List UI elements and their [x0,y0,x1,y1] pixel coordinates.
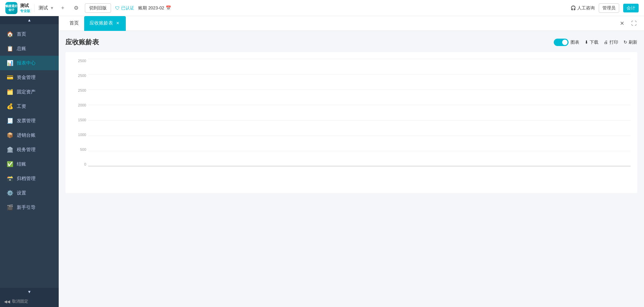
y-label-2500-2: 2500 [78,74,86,78]
sidebar-nav: 🏠 首页 📋 总账 📊 报表中心 💳 资金管理 🗂️ 固定资产 💰 工资 🧾 发… [0,24,59,288]
refresh-label: 刷新 [629,39,637,45]
y-label-1000: 1000 [78,133,86,137]
nav-label-ledger: 总账 [17,46,26,52]
cancel-fix-button[interactable]: ◀◀ 取消固定 [0,296,59,307]
sidebar-item-guide[interactable]: 🎬 新手引导 [0,200,59,215]
report-actions: 图表 ⬇ 下载 🖨 打印 ↻ 刷新 [554,39,637,46]
expand-btn[interactable]: ⛶ [629,19,639,28]
download-label: 下载 [590,39,598,45]
app-subtitle: 专业版 [20,9,30,13]
bars-container [88,59,631,166]
home-tab-label: 首页 [69,20,79,26]
nav-label-closing: 结账 [17,161,26,167]
y-axis: 2500 2500 2500 2000 1500 1000 500 0 [72,59,88,166]
y-label-2500-3: 2500 [78,88,86,92]
nav-label-tax: 税务管理 [17,147,36,153]
sidebar-item-tax[interactable]: 🏛️ 税务管理 [0,142,59,157]
certified-badge: 🛡 已认证 [115,5,134,11]
settings-icon[interactable]: ⚙ [71,3,81,13]
nav-icon-settings: ⚙️ [7,190,13,196]
chart-grid-area [88,59,631,166]
switch-old-button[interactable]: 切到旧版 [85,3,111,13]
header-right: 🎧 人工咨询 管理员 会计 [571,3,639,13]
sidebar-item-archive[interactable]: 🗃️ 归档管理 [0,171,59,186]
sidebar-item-funds[interactable]: 💳 资金管理 [0,70,59,85]
nav-icon-funds: 💳 [7,74,13,81]
consult-button[interactable]: 🎧 人工咨询 [571,5,595,11]
y-label-1500: 1500 [78,118,86,122]
chevron-down-icon: ▼ [50,6,54,10]
sidebar-item-inventory[interactable]: 📦 进销台账 [0,128,59,142]
cancel-fix-label: 取消固定 [12,299,28,304]
sidebar-scroll-down[interactable]: ▼ [0,288,59,296]
ar-aging-tab-label: 应收账龄表 [90,20,113,26]
nav-icon-guide: 🎬 [7,204,13,211]
nav-label-settings: 设置 [17,190,26,196]
y-label-0: 0 [84,162,86,166]
main-layout: ▲ 🏠 首页 📋 总账 📊 报表中心 💳 资金管理 🗂️ 固定资产 💰 工资 🧾… [0,16,644,307]
sidebar-item-settings[interactable]: ⚙️ 设置 [0,186,59,200]
company-selector[interactable]: 测试 ▼ [39,5,54,11]
chart-container: 2500 2500 2500 2000 1500 1000 500 0 [65,52,637,193]
top-header: 畅捷通好会计 测试 专业版 测试 ▼ ＋ ⚙ 切到旧版 🛡 已认证 账期 202… [0,0,644,16]
bar-chart-wrapper: 2500 2500 2500 2000 1500 1000 500 0 [72,59,631,176]
close-tab-btn[interactable]: ✕ [617,19,627,28]
company-name: 测试 [20,3,30,9]
print-label: 打印 [609,39,618,45]
company-details: 测试 专业版 [20,3,30,13]
consult-label: 人工咨询 [577,5,595,11]
chart-toggle-wrapper: 图表 [554,39,579,46]
print-button[interactable]: 🖨 打印 [604,39,618,45]
add-button[interactable]: ＋ [58,3,67,13]
nav-icon-archive: 🗃️ [7,175,13,182]
report-title: 应收账龄表 [65,38,99,47]
nav-icon-ledger: 📋 [7,45,13,52]
logo-text: 畅捷通好会计 [5,4,17,12]
toggle-label: 图表 [571,39,579,45]
tab-bar-actions: ✕ ⛶ [617,19,639,28]
refresh-icon: ↻ [624,40,627,45]
y-label-2000: 2000 [78,103,86,107]
role-button[interactable]: 会计 [623,4,639,12]
y-label-500: 500 [80,147,86,151]
page-content: 应收账龄表 图表 ⬇ 下载 🖨 打印 ↻ [59,31,644,307]
tab-home[interactable]: 首页 [64,16,84,31]
nav-label-guide: 新手引导 [17,205,36,211]
nav-icon-payroll: 💰 [7,103,13,109]
sidebar: ▲ 🏠 首页 📋 总账 📊 报表中心 💳 资金管理 🗂️ 固定资产 💰 工资 🧾… [0,16,59,307]
tab-ar-aging[interactable]: 应收账龄表 ✕ [84,16,126,31]
nav-icon-inventory: 📦 [7,132,13,138]
download-button[interactable]: ⬇ 下载 [585,39,598,45]
sidebar-item-ledger[interactable]: 📋 总账 [0,41,59,56]
sidebar-item-invoice[interactable]: 🧾 发票管理 [0,114,59,128]
sidebar-item-closing[interactable]: ✅ 结账 [0,157,59,171]
sidebar-item-reports[interactable]: 📊 报表中心 [0,56,59,70]
nav-icon-closing: ✅ [7,161,13,167]
sidebar-item-payroll[interactable]: 💰 工资 [0,99,59,114]
nav-label-invoice: 发票管理 [17,118,36,124]
sidebar-item-assets[interactable]: 🗂️ 固定资产 [0,85,59,99]
nav-icon-reports: 📊 [7,60,13,66]
refresh-button[interactable]: ↻ 刷新 [624,39,637,45]
nav-label-inventory: 进销台账 [17,132,36,138]
sidebar-scroll-up[interactable]: ▲ [0,16,59,24]
period-value: 2023-02 [148,5,164,10]
content-area: 首页 应收账龄表 ✕ ✕ ⛶ 应收账龄表 图表 [59,16,644,307]
shield-icon: 🛡 [115,5,120,11]
headphone-icon: 🎧 [571,5,576,10]
nav-icon-tax: 🏛️ [7,146,13,153]
pin-icon: ◀◀ [4,299,10,304]
report-header: 应收账龄表 图表 ⬇ 下载 🖨 打印 ↻ [65,38,637,47]
user-button[interactable]: 管理员 [599,3,619,13]
tab-close-button[interactable]: ✕ [115,20,120,26]
calendar-icon[interactable]: 📅 [166,5,171,10]
nav-label-funds: 资金管理 [17,75,36,81]
nav-label-reports: 报表中心 [17,60,36,66]
chart-toggle[interactable] [554,39,569,46]
sidebar-item-home[interactable]: 🏠 首页 [0,27,59,41]
app-logo: 畅捷通好会计 [5,2,17,14]
nav-icon-home: 🏠 [7,31,13,37]
company-info: 畅捷通好会计 测试 专业版 [5,2,30,14]
print-icon: 🖨 [604,40,608,45]
nav-label-archive: 归档管理 [17,176,36,182]
